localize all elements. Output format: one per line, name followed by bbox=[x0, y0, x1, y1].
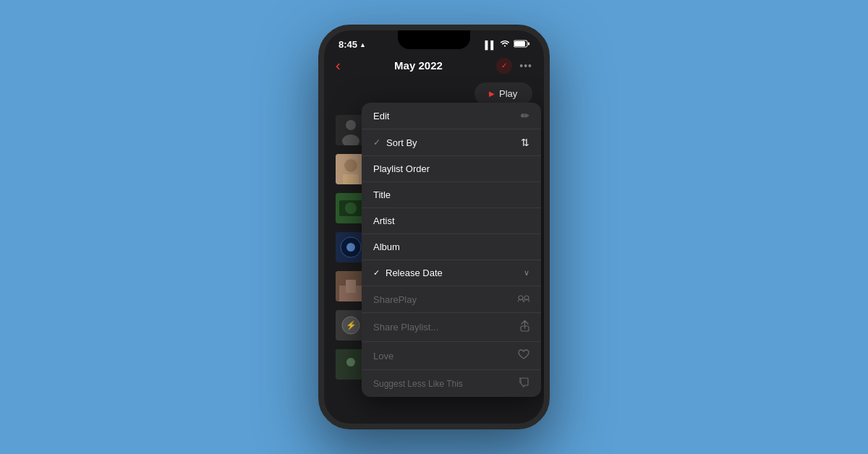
nav-actions: ✓ ••• bbox=[496, 58, 532, 74]
edit-icon: ✏ bbox=[521, 110, 529, 121]
back-button[interactable]: ‹ bbox=[336, 57, 341, 74]
suggest-less-label: Suggest Less Like This bbox=[373, 379, 463, 389]
thumbs-down-icon bbox=[519, 377, 529, 390]
play-icon: ▶ bbox=[489, 90, 495, 98]
location-icon: ▲ bbox=[359, 41, 366, 48]
svg-text:⚡: ⚡ bbox=[346, 320, 357, 330]
chevron-down-icon: ∨ bbox=[524, 268, 529, 278]
sort-check: ✓ bbox=[373, 137, 380, 147]
more-button[interactable]: ••• bbox=[519, 60, 532, 72]
menu-item-sort-by[interactable]: ✓ Sort By ⇅ bbox=[362, 129, 541, 156]
status-right: ▌▌ bbox=[485, 39, 529, 50]
heart-icon bbox=[518, 349, 529, 362]
shareplay-icon bbox=[518, 294, 529, 305]
time-display: 8:45 bbox=[339, 39, 357, 50]
svg-point-4 bbox=[346, 120, 356, 130]
title-label: Title bbox=[373, 189, 391, 200]
wifi-icon bbox=[500, 39, 510, 50]
svg-point-14 bbox=[346, 243, 355, 252]
dropdown-menu[interactable]: Edit ✏ ✓ Sort By ⇅ Playlist Order Title bbox=[362, 103, 541, 397]
edit-label: Edit bbox=[373, 111, 389, 121]
sort-by-left: ✓ Sort By bbox=[373, 137, 417, 148]
release-date-check-icon: ✓ bbox=[373, 268, 380, 278]
share-icon bbox=[520, 320, 529, 334]
menu-item-title[interactable]: Title bbox=[362, 182, 541, 208]
check-button[interactable]: ✓ bbox=[496, 58, 512, 74]
svg-rect-8 bbox=[343, 174, 359, 184]
menu-item-shareplay[interactable]: SharePlay bbox=[362, 286, 541, 313]
svg-point-7 bbox=[344, 159, 357, 172]
check-icon: ✓ bbox=[501, 61, 507, 69]
notch bbox=[398, 30, 470, 49]
release-date-label: Release Date bbox=[386, 267, 443, 278]
svg-point-11 bbox=[345, 202, 357, 214]
play-label: Play bbox=[499, 88, 517, 99]
play-button[interactable]: ▶ Play bbox=[475, 82, 532, 105]
menu-item-edit[interactable]: Edit ✏ bbox=[362, 103, 541, 129]
signal-icon: ▌▌ bbox=[485, 40, 496, 49]
svg-rect-2 bbox=[528, 42, 529, 45]
release-date-left: ✓ Release Date bbox=[373, 267, 443, 278]
share-playlist-label: Share Playlist... bbox=[373, 322, 438, 333]
love-label: Love bbox=[373, 351, 393, 361]
svg-rect-17 bbox=[346, 280, 356, 293]
artist-label: Artist bbox=[373, 215, 395, 226]
svg-rect-1 bbox=[514, 41, 525, 46]
status-time: 8:45 ▲ bbox=[339, 39, 366, 50]
menu-item-share-playlist[interactable]: Share Playlist... bbox=[362, 313, 541, 342]
menu-item-love[interactable]: Love bbox=[362, 342, 541, 370]
phone-screen: 8:45 ▲ ▌▌ ‹ May 2022 ✓ ••• bbox=[324, 30, 544, 424]
phone-frame: 8:45 ▲ ▌▌ ‹ May 2022 ✓ ••• bbox=[318, 25, 550, 429]
menu-item-release-date[interactable]: ✓ Release Date ∨ bbox=[362, 260, 541, 286]
menu-item-album[interactable]: Album bbox=[362, 234, 541, 260]
svg-point-23 bbox=[346, 358, 355, 367]
playlist-title: May 2022 bbox=[394, 59, 443, 72]
battery-icon bbox=[514, 40, 529, 50]
sort-by-label: Sort By bbox=[386, 137, 417, 148]
playlist-order-label: Playlist Order bbox=[373, 163, 430, 174]
album-label: Album bbox=[373, 241, 400, 252]
nav-bar: ‹ May 2022 ✓ ••• bbox=[324, 53, 544, 80]
sort-arrows-icon: ⇅ bbox=[521, 137, 529, 148]
menu-item-suggest-less[interactable]: Suggest Less Like This bbox=[362, 370, 541, 397]
shareplay-label: SharePlay bbox=[373, 294, 417, 305]
menu-item-playlist-order[interactable]: Playlist Order bbox=[362, 156, 541, 182]
menu-item-artist[interactable]: Artist bbox=[362, 208, 541, 234]
